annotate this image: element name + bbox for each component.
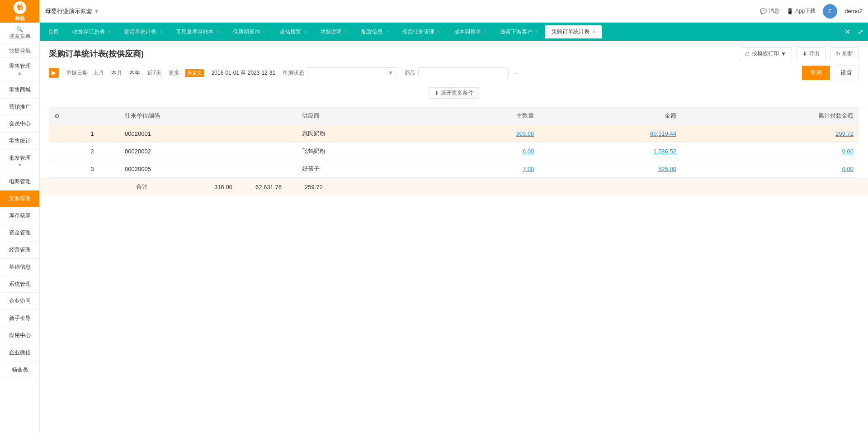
sidebar-item-retail-mgmt[interactable]: 零售管理 ▲ (0, 58, 39, 81)
row-index: 2 (65, 143, 119, 160)
close-icon-4[interactable]: × (263, 29, 265, 34)
close-icon-6[interactable]: × (344, 29, 347, 34)
tab-purchase-order-stats[interactable]: 采购订单统计表 × (545, 25, 601, 38)
goods-input[interactable] (418, 67, 509, 78)
row-amount: 60,519.44 (539, 125, 682, 143)
print-chevron-icon: ▼ (781, 51, 786, 57)
query-button[interactable]: 查询 (802, 66, 830, 80)
sidebar-item-inventory[interactable]: 库存核算 (0, 207, 39, 224)
sidebar: 畅 标题 🔍 搜索菜单 快捷导航 零售管理 ▲ 零售商城 营销推广 会员中心 零… (0, 0, 40, 433)
column-settings-icon[interactable]: ⚙ (54, 113, 60, 119)
export-button[interactable]: ⬇ 导出 (797, 47, 826, 60)
tab-invite-downstream[interactable]: 邀请下游客户 × (494, 25, 544, 38)
close-icon-7[interactable]: × (386, 29, 388, 34)
shortcut-this-month[interactable]: 本月 (108, 68, 125, 78)
shortcut-more[interactable]: 更多 (166, 68, 182, 78)
row-supplier: 好孩子 (297, 160, 429, 178)
sidebar-item-system-mgmt[interactable]: 系统管理 (0, 276, 39, 293)
row-cumulative-payment: 259.72 (682, 125, 859, 143)
tab-receive-summary[interactable]: 收发存汇总表 × (66, 25, 117, 38)
tab-function-desc[interactable]: 功能说明 × (314, 25, 354, 38)
retail-shop-label: 零售商城 (2, 86, 38, 94)
close-icon-11[interactable]: × (592, 29, 595, 34)
sidebar-item-ecommerce[interactable]: 电商管理 (0, 173, 39, 190)
avatar-initials: E (828, 8, 832, 14)
table-row[interactable]: 1 00020001 惠氏奶粉 303.00 60,519.44 259.72 (49, 125, 859, 143)
app-download-button[interactable]: 📱 App下载 (787, 7, 816, 15)
filter-area: ▶ 单据日期 上月 本月 本年 近7天 更多 自定义 (40, 60, 868, 107)
tab-cost-adjust[interactable]: 成本调整单 × (448, 25, 493, 38)
sidebar-item-quick-nav[interactable]: 快捷导航 (0, 44, 39, 58)
sidebar-item-member[interactable]: 畅会员 (0, 362, 39, 379)
user-avatar[interactable]: E (823, 4, 837, 19)
row-checkbox[interactable] (49, 143, 65, 160)
chevron-down-icon: ▲ (2, 70, 38, 76)
sidebar-item-app-center[interactable]: 应用中心 (0, 327, 39, 344)
close-icon-9[interactable]: × (484, 29, 486, 34)
batch-mgmt-label: 批发管理 (2, 154, 38, 162)
print-button[interactable]: 🖨 按模板打印 ▼ (739, 47, 792, 60)
app-logo[interactable]: 畅 标题 (0, 0, 39, 23)
row-checkbox[interactable] (49, 125, 65, 143)
system-mgmt-label: 系统管理 (2, 281, 38, 288)
sidebar-item-batch-mgmt[interactable]: 批发管理 ▼ (0, 150, 39, 173)
logo-label: 标题 (15, 15, 25, 22)
table-row[interactable]: 3 00020005 好孩子 7.00 525.80 0.00 (49, 160, 859, 178)
custom-date-badge[interactable]: 自定义 (185, 69, 204, 77)
filter-row-1: ▶ 单据日期 上月 本月 本年 近7天 更多 自定义 (49, 66, 859, 80)
message-label: 消息 (769, 7, 779, 15)
message-button[interactable]: 💬 消息 (760, 7, 779, 15)
page-container: 采购订单统计表(按供应商) 🖨 按模板打印 ▼ ⬇ 导出 ↻ 刷新 (40, 41, 868, 433)
tab-overstock-warning[interactable]: 超储预警 × (273, 25, 313, 38)
sidebar-item-retail-stats[interactable]: 零售统计 (0, 133, 39, 150)
row-checkbox[interactable] (49, 160, 65, 178)
close-icon-5[interactable]: × (304, 29, 307, 34)
tab-expiry-query-label: 保质期查询 (233, 28, 260, 36)
close-icon-3[interactable]: × (217, 29, 219, 34)
status-select[interactable]: ▼ (307, 67, 397, 78)
date-range-display[interactable]: 2016-01-01 至 2023-12-31 (212, 69, 275, 77)
expand-conditions-button[interactable]: ⬇ 展开更多条件 (429, 87, 479, 99)
shortcut-7days[interactable]: 近7天 (145, 68, 164, 78)
sidebar-item-basic-info[interactable]: 基础信息 (0, 259, 39, 276)
shortcut-last-month[interactable]: 上月 (90, 68, 107, 78)
close-icon[interactable]: × (108, 29, 110, 34)
date-range-text: 2016-01-01 至 2023-12-31 (212, 69, 275, 77)
table-row[interactable]: 2 00020002 飞鹤奶粉 6.00 1,586.52 0.00 (49, 143, 859, 160)
filter-toggle-button[interactable]: ▶ (49, 68, 59, 78)
nav-tabs: 首页 收发存汇总表 × 要货单统计表 × 可用量库存账本 × 保质期查询 × 超… (40, 23, 868, 41)
sidebar-item-new-guide[interactable]: 新手引导 (0, 310, 39, 327)
sidebar-item-operations[interactable]: 经营管理 (0, 242, 39, 259)
sidebar-item-enterprise-collab[interactable]: 企业协同 (0, 293, 39, 310)
sidebar-item-enterprise-wechat[interactable]: 企业微信 (0, 344, 39, 362)
tab-expiry-query[interactable]: 保质期查询 × (226, 25, 272, 38)
sidebar-item-member-center[interactable]: 会员中心 (0, 115, 39, 133)
sidebar-item-search[interactable]: 🔍 搜索菜单 (0, 23, 39, 44)
user-name[interactable]: demo2 (844, 8, 863, 14)
close-icon-8[interactable]: × (437, 29, 440, 34)
tab-purchase-order-stats-label: 采购订单统计表 (552, 28, 590, 36)
tab-config-info[interactable]: 配置信息 × (355, 25, 395, 38)
close-icon-10[interactable]: × (535, 29, 538, 34)
tab-purchase-stats[interactable]: 要货单统计表 × (118, 25, 168, 38)
settings-button[interactable]: 设置 (834, 66, 859, 80)
tab-available-inventory-label: 可用量库存账本 (176, 28, 214, 36)
goods-more-icon[interactable]: ··· (511, 70, 520, 76)
sidebar-item-purchase-mgmt[interactable]: 采购管理 (0, 190, 39, 208)
shortcut-this-year[interactable]: 本年 (127, 68, 143, 78)
row-amount: 1,586.52 (539, 143, 682, 160)
tab-home[interactable]: 首页 (42, 25, 65, 38)
sidebar-item-retail-shop[interactable]: 零售商城 (0, 81, 39, 99)
warehouse-selector[interactable]: 母婴行业演示账套 ▼ (45, 7, 99, 15)
sidebar-item-finance[interactable]: 资金管理 (0, 224, 39, 242)
close-all-icon[interactable]: ✕ (842, 27, 853, 37)
sidebar-item-marketing[interactable]: 营销推广 (0, 99, 39, 116)
date-filter-item: 单据日期 上月 本月 本年 近7天 更多 自定义 (66, 68, 204, 78)
tab-picking-task[interactable]: 拣货任务管理 × (396, 25, 446, 38)
tab-available-inventory[interactable]: 可用量库存账本 × (170, 25, 226, 38)
retail-stats-label: 零售统计 (2, 137, 38, 145)
th-index (65, 107, 119, 125)
maximize-icon[interactable]: ⤢ (855, 27, 866, 37)
close-icon-2[interactable]: × (159, 29, 162, 34)
refresh-button[interactable]: ↻ 刷新 (830, 47, 859, 60)
